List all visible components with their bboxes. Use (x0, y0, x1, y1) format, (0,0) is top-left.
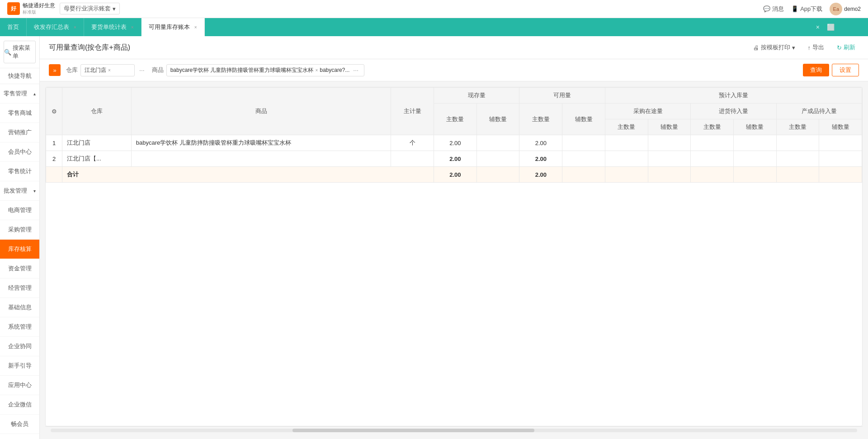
sidebar-item-retail-mgmt[interactable]: 零售管理 ▴ (0, 84, 39, 104)
sidebar-item-marketing[interactable]: 营销推广 (0, 123, 39, 142)
page-actions: 🖨 按模板打印 ▾ ↑ 导出 ↻ 刷新 (750, 42, 859, 53)
sidebar-item-basics[interactable]: 基础信息 (0, 298, 39, 317)
print-label: 按模板打印 (761, 43, 790, 52)
refresh-button[interactable]: ↻ 刷新 (833, 42, 859, 53)
retail-mgmt-label: 零售管理 (4, 90, 27, 98)
sidebar-item-app-center[interactable]: 应用中心 (0, 376, 39, 395)
print-button[interactable]: 🖨 按模板打印 ▾ (750, 42, 799, 53)
tab-receipts-label: 收发存汇总表 (34, 23, 69, 31)
sidebar-item-retail-mall[interactable]: 零售商城 (0, 104, 39, 123)
sidebar-item-inventory-check[interactable]: 库存核算 (0, 240, 39, 259)
product-more-button[interactable]: ··· (351, 66, 360, 74)
newbie-label: 新手引导 (8, 362, 32, 370)
message-icon: 💬 (763, 5, 770, 12)
th-purchase-group: 采购在途量 (605, 104, 690, 119)
th-incoming-main: 主数量 (691, 119, 734, 135)
sidebar-item-finance[interactable]: 资金管理 (0, 259, 39, 279)
export-icon: ↑ (808, 44, 811, 51)
ecommerce-label: 电商管理 (8, 206, 32, 214)
sidebar-item-ecommerce[interactable]: 电商管理 (0, 201, 39, 220)
tab-inventory-close[interactable]: × (194, 25, 197, 30)
warehouse-tag-close[interactable]: × (108, 68, 111, 73)
sidebar-item-wholesale[interactable]: 批发管理 ▾ (0, 181, 39, 201)
message-button[interactable]: 💬 消息 (763, 5, 784, 13)
sidebar-item-retail-stats[interactable]: 零售统计 (0, 162, 39, 181)
th-product: 商品 (131, 88, 391, 135)
export-label: 导出 (812, 43, 824, 52)
chevron-icon: ▴ (33, 91, 36, 96)
settings-button[interactable]: 设置 (832, 64, 859, 76)
table-row: 2 江北门店【... 2.00 2.00 (46, 151, 862, 167)
member-label: 畅会员 (11, 420, 28, 428)
warehouse-filter: 仓库 江北门店 × ··· (66, 64, 146, 76)
sidebar-item-wechat[interactable]: 企业微信 (0, 395, 39, 415)
scrollbar-thumb[interactable] (292, 429, 534, 432)
filter-bar: » 仓库 江北门店 × ··· 商品 babycare学饮杯 儿童防摔防撞吸管杯… (40, 59, 868, 81)
tab-orders-close[interactable]: × (131, 25, 134, 30)
sidebar-item-system[interactable]: 系统管理 (0, 317, 39, 337)
product-input[interactable]: babycare学饮杯 儿童防摔防撞吸管杯重力球吸嘴杯宝宝水杯 × babyca… (166, 64, 364, 76)
cell-incoming-aux (733, 151, 776, 167)
sidebar-item-quicknav[interactable]: 快捷导航 (0, 68, 39, 84)
product-tag-1: babycare学饮杯 儿童防摔防撞吸管杯重力球吸嘴杯宝宝水杯 (170, 66, 314, 74)
th-purchase-aux: 辅数量 (648, 119, 691, 135)
sidebar-search-area: 🔍 搜索菜单 (0, 36, 39, 68)
cell-current-aux (476, 135, 519, 151)
summary-purchase-main (605, 167, 648, 183)
query-button[interactable]: 查询 (803, 64, 829, 76)
cell-purchase-main (605, 151, 648, 167)
download-button[interactable]: 📱 App下载 (791, 5, 822, 13)
search-menu-button[interactable]: 🔍 搜索菜单 (4, 41, 36, 63)
finance-label: 资金管理 (8, 264, 32, 273)
tab-inventory[interactable]: 可用量库存账本 × (142, 18, 205, 36)
sidebar-item-member-center[interactable]: 会员中心 (0, 142, 39, 162)
product-tag-1-close[interactable]: × (315, 68, 318, 73)
cell-incoming-main (691, 151, 734, 167)
top-bar: 好 畅捷通好生意 标准版 母婴行业演示账套 ▾ 💬 消息 📱 App下载 Ea … (0, 0, 868, 18)
summary-incoming-main (691, 167, 734, 183)
cell-current-main: 2.00 (434, 151, 477, 167)
user-name: demo2 (844, 6, 861, 12)
tab-home[interactable]: 首页 (0, 18, 27, 36)
logo-text: 畅捷通好生意 (23, 2, 55, 9)
logo-area: 好 畅捷通好生意 标准版 (7, 2, 55, 15)
sidebar-item-enterprise[interactable]: 企业协同 (0, 337, 39, 356)
sidebar-item-member[interactable]: 畅会员 (0, 415, 39, 434)
content-area: 可用量查询(按仓库+商品) 🖨 按模板打印 ▾ ↑ 导出 ↻ 刷新 (40, 36, 868, 439)
wechat-label: 企业微信 (8, 401, 32, 409)
export-button[interactable]: ↑ 导出 (804, 42, 828, 53)
filter-toggle-button[interactable]: » (49, 64, 61, 76)
nav-close-icon[interactable]: × (813, 22, 822, 33)
tab-receipts-close[interactable]: × (74, 25, 76, 30)
tab-receipts[interactable]: 收发存汇总表 × (27, 18, 84, 36)
toggle-icon: » (53, 67, 56, 74)
page-title: 可用量查询(按仓库+商品) (49, 43, 130, 52)
th-warehouse: 仓库 (62, 88, 132, 135)
warehouse-more-button[interactable]: ··· (137, 66, 146, 74)
cell-incoming-aux (733, 135, 776, 151)
sidebar-item-operations[interactable]: 经营管理 (0, 279, 39, 298)
nav-expand-icon[interactable]: ⬜ (824, 22, 837, 33)
tab-orders[interactable]: 要货单统计表 × (84, 18, 142, 36)
th-planned-group: 预计入库量 (605, 88, 862, 104)
marketing-label: 营销推广 (8, 128, 32, 137)
summary-label: 合计 (62, 167, 434, 183)
sidebar-item-newbie[interactable]: 新手引导 (0, 356, 39, 376)
th-settings: ⚙ (46, 88, 62, 135)
tab-orders-label: 要货单统计表 (91, 23, 127, 31)
tab-home-label: 首页 (7, 23, 19, 31)
avatar: Ea (830, 3, 842, 15)
user-area[interactable]: Ea demo2 (830, 3, 861, 15)
cell-available-main: 2.00 (519, 151, 562, 167)
summary-settings (46, 167, 62, 183)
th-available-group: 可用量 (519, 88, 605, 104)
warehouse-tag: 江北门店 (85, 66, 106, 74)
warehouse-input[interactable]: 江北门店 × (80, 64, 135, 76)
cell-production-aux (819, 151, 862, 167)
cell-incoming-main (691, 135, 734, 151)
sidebar-item-purchase[interactable]: 采购管理 (0, 220, 39, 240)
summary-production-main (776, 167, 819, 183)
inventory-check-label: 库存核算 (8, 245, 32, 253)
cell-current-main: 2.00 (434, 135, 477, 151)
template-selector[interactable]: 母婴行业演示账套 ▾ (60, 3, 120, 14)
